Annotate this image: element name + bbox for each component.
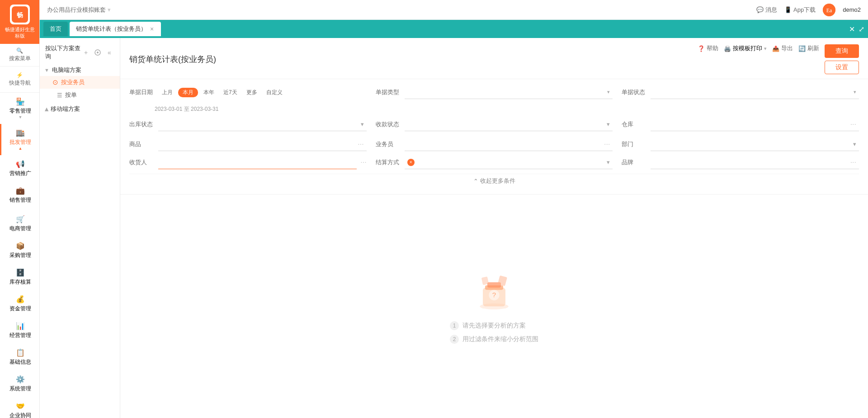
payment-status-select[interactable]: ▾ (405, 118, 613, 131)
department-select[interactable]: ▾ (651, 138, 859, 151)
product-select[interactable]: ··· (158, 138, 367, 151)
stock-status-select[interactable]: ▾ (158, 118, 367, 131)
print-icon: 🖨️ (724, 45, 731, 52)
svg-text:?: ? (492, 291, 496, 299)
collapse-filters-button[interactable]: ⌃ 收起更多条件 (129, 174, 859, 188)
tabbar-right: ✕ ⤢ (849, 25, 864, 33)
refresh-label: 刷新 (807, 44, 819, 52)
tab-home[interactable]: 首页 (43, 22, 68, 36)
app-download-label: App下载 (793, 6, 816, 14)
date-tab-more[interactable]: 更多 (243, 88, 261, 97)
action-buttons: 查询 设置 (825, 44, 859, 74)
filter-cell-salesperson: 业务员 ··· (376, 138, 613, 151)
sales-icon: 💼 (16, 186, 25, 195)
sidebar-item-inventory[interactable]: 🗄️ 库存核算 (0, 264, 39, 290)
main-area: 办公用品行业模拟账套 ▾ 💬 消息 📱 App下载 Ea demo2 首页 (40, 0, 868, 418)
tree-group-desktop: ▼ 电脑端方案 ⊙ 按业务员 ☰ 按单 (40, 64, 120, 103)
avatar: Ea (823, 4, 835, 16)
doc-item-icon: ☰ (57, 92, 62, 99)
finance-icon: 💰 (16, 295, 25, 304)
date-tab-custom[interactable]: 自定义 (263, 88, 286, 97)
export-icon: 📤 (772, 45, 779, 52)
settlement-select[interactable]: × ▾ (405, 156, 613, 169)
tab-sales-stats[interactable]: 销货单统计表（按业务员） × (70, 22, 161, 36)
tree-item-by-salesperson[interactable]: ⊙ 按业务员 (40, 76, 120, 89)
sidebar-item-wholesale[interactable]: 🏬 批发管理 ▲ (0, 124, 39, 155)
filter-cell-department: 部门 ▾ (622, 138, 859, 151)
date-range-text: 2023-03-01 至 2023-03-31 (155, 106, 218, 112)
add-scheme-button[interactable]: + (81, 48, 91, 57)
export-button[interactable]: 📤 导出 (772, 44, 793, 52)
settlement-arrow: ▾ (607, 159, 610, 166)
page-header-actions: ❓ 帮助 🖨️ 按模板打印 ▾ 📤 导出 � (698, 44, 819, 52)
tab-maximize-button[interactable]: ⤢ (859, 25, 864, 33)
warehouse-label: 仓库 (622, 120, 647, 128)
filter-row-2: 出库状态 ▾ 收款状态 ▾ 仓库 ··· (129, 118, 859, 131)
svg-text:Ea: Ea (826, 7, 832, 14)
collapse-label: 收起更多条件 (480, 177, 515, 185)
enterprise-icon: 🤝 (16, 402, 25, 410)
inventory-label: 库存核算 (9, 278, 31, 286)
sidebar-item-enterprise[interactable]: 🤝 企业协同 (0, 397, 39, 418)
breadcrumb-text: 办公用品行业模拟账套 (47, 6, 106, 14)
tab-close-button[interactable]: × (149, 26, 155, 32)
query-button[interactable]: 查询 (825, 44, 859, 58)
brand-select[interactable]: ··· (651, 156, 859, 169)
filter-area: 单据日期 上月 本月 本年 近7天 更多 自定义 (120, 79, 868, 195)
sidebar-item-operations[interactable]: 📊 经营管理 (0, 317, 39, 344)
salesperson-item-label: 按业务员 (61, 78, 85, 86)
ecommerce-label: 电商管理 (9, 225, 31, 233)
salesperson-select[interactable]: ··· (405, 138, 613, 151)
sidebar-logo: 畅 畅捷通好生意 标版 (0, 0, 39, 44)
doc-type-select[interactable]: ▾ (405, 86, 613, 99)
stock-status-arrow: ▾ (361, 121, 364, 128)
department-arrow: ▾ (853, 141, 856, 147)
sidebar-item-marketing[interactable]: 📢 营销推广 (0, 155, 39, 182)
wholesale-arrow: ▲ (19, 146, 23, 151)
tree-group-desktop-header[interactable]: ▼ 电脑端方案 (40, 64, 120, 76)
date-tab-last-7-days[interactable]: 近7天 (220, 88, 241, 97)
payment-status-label: 收款状态 (376, 120, 401, 128)
search-menu-button[interactable]: 🔍 搜索菜单 (3, 48, 37, 62)
help-button[interactable]: ❓ 帮助 (698, 44, 718, 52)
phone-icon: 📱 (784, 6, 792, 13)
sidebar-item-purchase[interactable]: 📦 采购管理 (0, 237, 39, 264)
svg-point-5 (97, 52, 99, 53)
desktop-group-arrow: ▼ (44, 67, 49, 73)
stock-status-label: 出库状态 (129, 120, 155, 128)
collapse-panel-button[interactable]: « (104, 48, 114, 57)
tree-group-mobile-header[interactable]: ▶ 移动端方案 (40, 103, 120, 115)
page-header: 销货单统计表(按业务员) ❓ 帮助 🖨️ 按模板打印 ▾ � (120, 38, 868, 79)
sales-stats-tab-label: 销货单统计表（按业务员） (76, 25, 146, 33)
settlement-clear-button[interactable]: × (407, 159, 415, 166)
sidebar-item-basic-info[interactable]: 📋 基础信息 (0, 344, 39, 370)
collapse-icon: ⌃ (473, 178, 478, 185)
sidebar-item-retail[interactable]: 🏪 零售管理 ▼ (0, 93, 39, 124)
refresh-button[interactable]: 🔄 刷新 (798, 44, 819, 52)
filter-cell-receiver: 收货人 ··· (129, 156, 367, 169)
date-tab-last-month[interactable]: 上月 (158, 88, 176, 97)
date-tab-this-month[interactable]: 本月 (178, 88, 198, 97)
sidebar-item-sales[interactable]: 💼 销售管理 (0, 182, 39, 209)
receiver-dots: ··· (360, 158, 366, 166)
date-tab-this-year[interactable]: 本年 (200, 88, 218, 97)
messages-button[interactable]: 💬 消息 (756, 6, 777, 14)
sidebar-item-finance[interactable]: 💰 资金管理 (0, 290, 39, 317)
warehouse-select[interactable]: ··· (651, 118, 859, 131)
receiver-input[interactable] (158, 156, 357, 169)
date-tabs-area: 上月 本月 本年 近7天 更多 自定义 (158, 88, 367, 97)
sidebar-item-ecommerce[interactable]: 🛒 电商管理 (0, 210, 39, 237)
data-area: ? 1 请先选择要分析的方案 2 用过滤条件来缩小分析范围 (120, 195, 868, 418)
left-panel-title: 按以下方案查询 (45, 44, 81, 61)
doc-status-select[interactable]: ▾ (651, 86, 859, 99)
edit-scheme-button[interactable] (93, 48, 103, 57)
tree-item-by-doc[interactable]: ☰ 按单 (40, 89, 120, 101)
tab-close-all-button[interactable]: ✕ (849, 25, 855, 33)
warehouse-dots: ··· (850, 120, 856, 128)
settings-button[interactable]: 设置 (825, 61, 859, 74)
sidebar-item-system[interactable]: ⚙️ 系统管理 (0, 370, 39, 397)
app-download-button[interactable]: 📱 App下载 (784, 6, 816, 14)
hint-number-2: 2 (450, 335, 459, 344)
print-template-button[interactable]: 🖨️ 按模板打印 ▾ (724, 44, 767, 52)
quick-nav-button[interactable]: ⚡ 快捷导航 (0, 68, 39, 90)
